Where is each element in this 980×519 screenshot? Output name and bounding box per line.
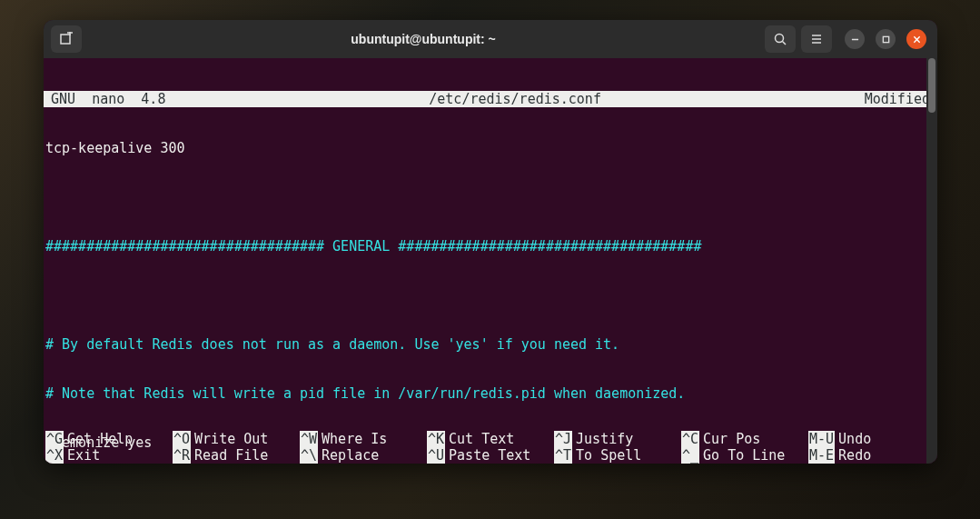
maximize-button[interactable] bbox=[876, 29, 896, 49]
search-icon bbox=[773, 32, 787, 46]
window-title: ubuntupit@ubuntupit: ~ bbox=[87, 32, 759, 46]
search-button[interactable] bbox=[765, 25, 796, 53]
terminal-content: GNU nano 4.8 /etc/redis/redis.conf Modif… bbox=[44, 58, 937, 464]
editor-line: ################################## GENER… bbox=[44, 238, 937, 255]
nano-menu: ^GGet Help ^OWrite Out ^WWhere Is ^KCut … bbox=[44, 431, 937, 464]
terminal-window: ubuntupit@ubuntupit: ~ GNU nano 4.8 /etc… bbox=[44, 20, 937, 464]
terminal-area[interactable]: GNU nano 4.8 /etc/redis/redis.conf Modif… bbox=[44, 58, 937, 464]
titlebar: ubuntupit@ubuntupit: ~ bbox=[44, 20, 937, 58]
menu-undo[interactable]: M-UUndo bbox=[808, 431, 935, 447]
menu-read-file[interactable]: ^RRead File bbox=[173, 447, 300, 464]
close-button[interactable] bbox=[906, 29, 926, 49]
menu-where-is[interactable]: ^WWhere Is bbox=[300, 431, 427, 447]
svg-rect-0 bbox=[61, 35, 70, 44]
editor-line bbox=[44, 189, 937, 205]
editor-line: # By default Redis does not run as a dae… bbox=[44, 336, 937, 353]
menu-write-out[interactable]: ^OWrite Out bbox=[173, 431, 300, 447]
editor-line bbox=[44, 287, 937, 304]
menu-justify[interactable]: ^JJustify bbox=[554, 431, 681, 447]
editor-line: # Note that Redis will write a pid file … bbox=[44, 385, 937, 402]
new-tab-icon bbox=[59, 32, 74, 46]
svg-rect-9 bbox=[883, 36, 888, 42]
svg-point-3 bbox=[776, 35, 784, 43]
hamburger-icon bbox=[809, 32, 824, 46]
close-icon bbox=[913, 35, 921, 44]
nano-version: GNU nano 4.8 bbox=[45, 91, 165, 107]
menu-exit[interactable]: ^XExit bbox=[45, 447, 173, 464]
nano-header: GNU nano 4.8 /etc/redis/redis.conf Modif… bbox=[44, 91, 937, 107]
menu-replace[interactable]: ^\Replace bbox=[300, 447, 427, 464]
menu-paste-text[interactable]: ^UPaste Text bbox=[427, 447, 554, 464]
minimize-icon bbox=[851, 35, 859, 44]
window-controls bbox=[845, 29, 926, 49]
nano-filepath: /etc/redis/redis.conf bbox=[165, 91, 864, 107]
scrollbar[interactable] bbox=[926, 58, 937, 464]
new-tab-button[interactable] bbox=[51, 25, 82, 53]
minimize-button[interactable] bbox=[845, 29, 865, 49]
editor-line: tcp-keepalive 300 bbox=[44, 140, 937, 156]
menu-cur-pos[interactable]: ^CCur Pos bbox=[681, 431, 808, 447]
menu-get-help[interactable]: ^GGet Help bbox=[45, 431, 173, 447]
nano-status: Modified bbox=[865, 91, 935, 107]
svg-line-4 bbox=[783, 42, 787, 45]
menu-to-spell[interactable]: ^TTo Spell bbox=[554, 447, 681, 464]
menu-button[interactable] bbox=[801, 25, 832, 53]
maximize-icon bbox=[882, 35, 890, 44]
menu-go-to-line[interactable]: ^_Go To Line bbox=[681, 447, 808, 464]
menu-redo[interactable]: M-ERedo bbox=[808, 447, 935, 464]
menu-cut-text[interactable]: ^KCut Text bbox=[427, 431, 554, 447]
scrollbar-thumb[interactable] bbox=[928, 58, 935, 113]
